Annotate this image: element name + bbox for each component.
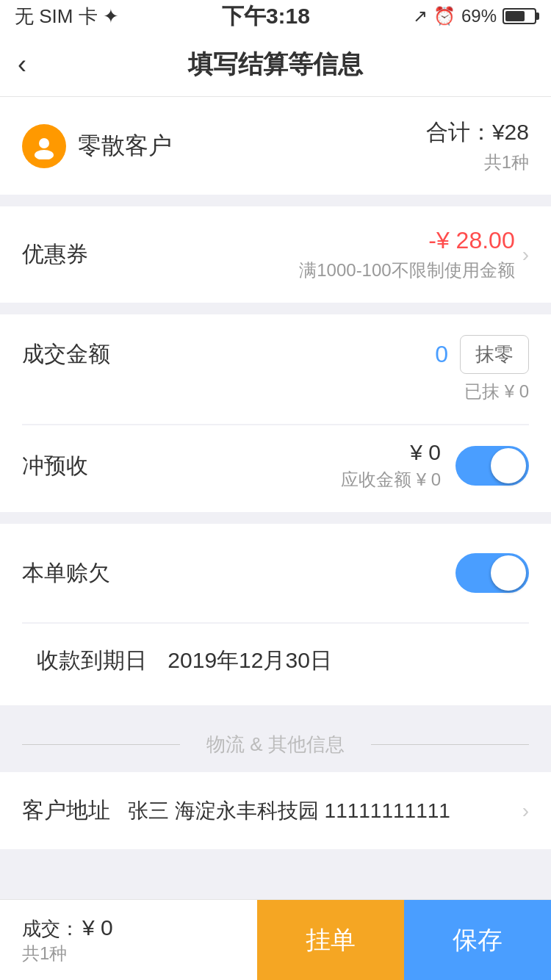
save-button[interactable]: 保存 [404,900,551,980]
status-time: 下午3:18 [222,1,310,32]
bottom-deal-amount: ¥ 0 [82,915,113,940]
address-section[interactable]: 客户地址 张三 海淀永丰科技园 11111111111 › [0,772,551,849]
due-date-row: 收款到期日 2019年12月30日 [0,624,551,705]
svg-point-1 [35,150,54,159]
separator-2 [0,303,551,314]
separator-1 [0,195,551,206]
bottom-deal-label: 成交： [22,916,79,942]
status-left: 无 SIM 卡 ✦ [15,4,119,29]
coupon-row[interactable]: 优惠券 -¥ 28.00 满1000-100不限制使用金额 › [0,206,551,303]
coupon-section[interactable]: 优惠券 -¥ 28.00 满1000-100不限制使用金额 › [0,206,551,303]
already-deducted: 已抹 ¥ 0 [22,380,529,403]
amount-label: 成交金额 [22,339,110,370]
customer-section: 零散客户 合计：¥28 共1种 [0,97,551,195]
prepay-right: ¥ 0 应收金额 ¥ 0 [341,440,529,491]
nav-bar: ‹ 填写结算等信息 [0,32,551,97]
sim-label: 无 SIM 卡 ✦ [15,4,119,29]
round-button[interactable]: 抹零 [460,335,529,374]
back-button[interactable]: ‹ [18,49,26,80]
battery-percent: 69% [461,6,497,26]
bottom-count: 共1种 [22,942,235,965]
bottom-summary: 成交： ¥ 0 共1种 [0,900,257,980]
prepay-amounts: ¥ 0 应收金额 ¥ 0 [341,440,441,491]
location-icon: ↗ [413,6,428,26]
coupon-discount: -¥ 28.00 [299,227,514,254]
amount-value[interactable]: 0 [435,341,448,368]
prepay-toggle[interactable] [455,446,529,486]
coupon-label: 优惠券 [22,239,88,270]
due-date-label: 收款到期日 [37,648,147,672]
debit-toggle[interactable] [455,553,529,593]
main-content: 零散客户 合计：¥28 共1种 优惠券 -¥ 28.00 满1000-100不限… [0,97,551,980]
alarm-icon: ⏰ [433,6,455,26]
amount-row: 成交金额 0 抹零 [22,335,529,374]
due-date-value: 2019年12月30日 [168,648,331,672]
debit-section: 本单赊欠 收款到期日 2019年12月30日 [0,524,551,705]
customer-row: 零散客户 合计：¥28 共1种 [0,97,551,195]
coupon-description: 满1000-100不限制使用金额 [299,259,514,282]
prepay-value: ¥ 0 [341,440,441,465]
total-count: 共1种 [426,151,529,174]
prepay-label: 冲预收 [22,451,88,481]
customer-name: 零散客户 [78,130,172,162]
amount-right: 0 抹零 [435,335,529,374]
customer-total: 合计：¥28 共1种 [426,118,529,174]
separator-4 [0,705,551,717]
status-right: ↗ ⏰ 69% [413,6,536,26]
avatar [22,124,66,168]
hold-button[interactable]: 挂单 [257,900,404,980]
bottom-deal-row: 成交： ¥ 0 [22,915,235,942]
logistics-header: 物流 & 其他信息 [0,717,551,772]
battery-icon [503,8,536,24]
divider-right [371,744,529,745]
address-chevron-icon: › [522,799,529,823]
status-bar: 无 SIM 卡 ✦ 下午3:18 ↗ ⏰ 69% [0,0,551,32]
bottom-bar: 成交： ¥ 0 共1种 挂单 保存 [0,899,551,980]
total-price: 合计：¥28 [426,118,529,148]
address-row[interactable]: 客户地址 张三 海淀永丰科技园 11111111111 › [0,772,551,849]
battery-fill [505,11,525,21]
prepay-section: 冲预收 ¥ 0 应收金额 ¥ 0 [0,424,551,512]
toggle-thumb [491,448,526,483]
chevron-right-icon: › [522,243,529,267]
divider-left [22,744,180,745]
logistics-label: 物流 & 其他信息 [195,732,356,757]
debit-row: 本单赊欠 [0,524,551,622]
address-label: 客户地址 [22,796,110,826]
prepay-row: 冲预收 ¥ 0 应收金额 ¥ 0 [0,425,551,512]
coupon-right: -¥ 28.00 满1000-100不限制使用金额 › [299,227,529,282]
page-title: 填写结算等信息 [188,48,363,82]
customer-left: 零散客户 [22,124,172,168]
amount-section: 成交金额 0 抹零 已抹 ¥ 0 [0,314,551,424]
debit-label: 本单赊欠 [22,558,110,588]
separator-3 [0,512,551,524]
prepay-receivable: 应收金额 ¥ 0 [341,468,441,491]
svg-point-0 [39,138,49,148]
address-value: 张三 海淀永丰科技园 11111111111 [128,797,522,825]
coupon-info: -¥ 28.00 满1000-100不限制使用金额 [299,227,514,282]
debit-toggle-thumb [491,555,526,591]
